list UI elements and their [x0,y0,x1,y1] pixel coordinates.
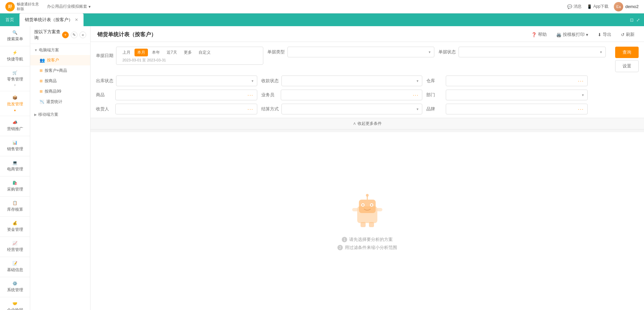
setting-btn[interactable]: 设置 [615,60,639,72]
scheme-item-goods99[interactable]: ⊞ 按商品99 [30,86,90,97]
collapse-bar[interactable]: ∧ 收起更多条件 [91,118,644,130]
department-select[interactable]: ▾ [446,90,588,100]
template-print-btn[interactable]: 🖨️ 按模板打印 ▾ [553,30,591,39]
download-icon: 📱 [587,4,592,9]
refresh-btn[interactable]: ↺ 刷新 [618,30,637,39]
goods-input[interactable]: ··· [115,90,257,100]
scheme-group-mobile-title[interactable]: ▶ 移动端方案 [30,110,90,119]
type-label: 单据类型 [267,49,285,55]
sidebar-item-retail[interactable]: 🛒 零售管理 ▼ [0,66,30,91]
svg-rect-8 [352,208,358,211]
scheme-group-desktop-title[interactable]: ▼ 电脑端方案 [30,45,90,55]
status-select[interactable]: ▾ [459,47,606,57]
date-btn-7days[interactable]: 近7天 [164,49,180,56]
date-btn-custom[interactable]: 自定义 [196,49,213,56]
date-btn-this-month[interactable]: 本月 [135,49,148,56]
sidebar-item-ecommerce[interactable]: 💻 电商管理 [0,156,30,176]
basic-info-icon: 📝 [12,261,17,266]
maximize-icon: ⤢ [636,17,640,22]
empty-hint-1: 1 请先选择要分析的方案 [342,237,393,243]
settlement-select[interactable]: ▾ [281,104,423,114]
empty-illustration [347,190,387,230]
retail-icon: 🛒 [12,70,17,75]
wholesale-icon: 📦 [12,95,17,100]
collapse-icon: ▲ [13,108,16,112]
svg-point-4 [362,204,364,206]
enterprise-icon: 🤝 [12,301,17,306]
warehouse-input[interactable]: ··· [446,75,588,86]
svg-point-5 [371,204,372,206]
scheme-group-mobile: ▶ 移动端方案 [30,108,90,121]
department-field: 部门 ▾ [426,90,588,100]
scheme-item-by-customer[interactable]: 👥 按客户 [30,55,90,65]
out-status-chevron-icon: ▾ [252,79,254,83]
sidebar-item-purchase[interactable]: 🛍️ 采购管理 [0,176,30,197]
operations-icon: 📈 [12,241,17,246]
sidebar-item-operations[interactable]: 📈 经营管理 [0,237,30,257]
sidebar-item-inventory[interactable]: 📋 库存核算 [0,197,30,217]
refresh-icon: ↺ [621,32,625,37]
help-btn[interactable]: ❓ 帮助 [529,30,549,39]
settlement-label: 结算方式 [261,106,279,112]
tab-maximize[interactable]: ⊡ ⤢ [626,17,644,22]
company-selector[interactable]: 办公用品行业模拟账套 ▾ [47,4,91,9]
receive-status-label: 收款状态 [261,78,279,84]
staff-field: 业务员 ··· [261,90,423,100]
scheme-item-by-goods[interactable]: ⊞ 按商品 [30,76,90,86]
sidebar-item-sales[interactable]: 📊 销售管理 [0,136,30,156]
scheme-item-customer-goods[interactable]: ⊞ 按客户+商品 [30,65,90,76]
date-btn-this-year[interactable]: 本年 [149,49,163,56]
user-area[interactable]: Ea demo2 [614,2,639,11]
brand-input[interactable]: ··· [446,104,588,114]
brand-dots: ··· [578,106,584,112]
customer-scheme-icon: 👥 [40,58,45,63]
tab-home[interactable]: 首页 [0,13,19,26]
sidebar-item-finance[interactable]: 💰 资金管理 [0,217,30,237]
out-status-select[interactable]: ▾ [116,75,257,86]
print-icon: 🖨️ [556,32,561,37]
inventory-icon: 📋 [12,201,17,205]
header-left: 好 畅捷通好生意 标版 办公用品行业模拟账套 ▾ [5,2,91,11]
sidebar-item-enterprise[interactable]: 🤝 企业协同 [0,297,30,310]
print-chevron-icon: ▾ [586,32,588,37]
add-scheme-btn[interactable]: + [62,32,69,38]
header-right: 💬 消息 📱 App下载 Ea demo2 [567,2,639,11]
receiver-input[interactable]: ··· [115,104,257,114]
sidebar-item-system[interactable]: ⚙️ 系统管理 [0,277,30,297]
date-btn-more[interactable]: 更多 [181,49,195,56]
collapse-scheme-btn[interactable]: « [79,32,86,38]
sidebar-item-wholesale[interactable]: 📦 批发管理 ▲ [0,91,30,116]
date-btn-last-month[interactable]: 上月 [120,49,133,56]
app-download-btn[interactable]: 📱 App下载 [587,4,608,9]
sidebar-item-basic-info[interactable]: 📝 基础信息 [0,257,30,277]
minimize-icon: ⊡ [630,17,634,22]
out-status-label: 出库状态 [96,78,113,84]
sales-icon: 📊 [12,140,17,145]
type-filter-field: 单据类型 ▾ [267,47,435,57]
avatar: Ea [614,2,623,11]
tab-sales-stat[interactable]: 销货单统计表（按客户） ✕ [19,13,84,26]
close-tab-icon[interactable]: ✕ [75,17,78,22]
date-range-text: 2023-03-01 至 2023-03-31 [122,58,166,63]
lightning-icon: ⚡ [12,50,17,55]
department-label: 部门 [426,92,443,98]
scheme-item-returns[interactable]: 📉 退货统计 [30,97,90,107]
messages-btn[interactable]: 💬 消息 [567,4,582,9]
receiver-label: 收货人 [96,106,113,112]
scheme-header-actions: + ✎ « [62,32,86,38]
sidebar: 🔍 搜索菜单 ⚡ 快捷导航 🛒 零售管理 ▼ 📦 批发管理 ▲ 📣 营销推广 📊… [0,26,30,310]
goods-icon: ⊞ [40,79,43,83]
receive-status-select[interactable]: ▾ [281,75,423,86]
staff-input[interactable]: ··· [281,90,423,100]
purchase-icon: 🛍️ [12,180,17,185]
right-action-btns: 查询 设置 [615,47,639,72]
query-btn[interactable]: 查询 [615,47,639,58]
sidebar-item-search[interactable]: 🔍 搜索菜单 [0,26,30,46]
type-select[interactable]: ▾ [287,47,435,57]
filter-row-2: 出库状态 ▾ 收款状态 ▾ 仓库 ··· [96,75,639,86]
filter-row-3: 商品 ··· 业务员 ··· 部门 ▾ [96,90,639,100]
sidebar-item-marketing[interactable]: 📣 营销推广 [0,116,30,136]
sidebar-item-shortcuts[interactable]: ⚡ 快捷导航 [0,46,30,66]
edit-scheme-btn[interactable]: ✎ [71,32,77,38]
export-btn[interactable]: ⬇ 导出 [595,30,614,39]
